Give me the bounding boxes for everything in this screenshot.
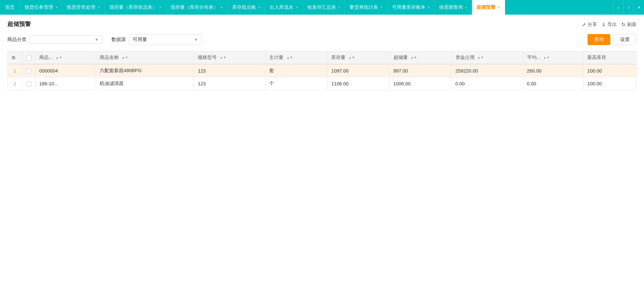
col-checkbox-header[interactable] — [22, 51, 36, 64]
row-checkbox-cell-0[interactable] — [22, 64, 36, 77]
col-product-name-label: 商品名称 — [100, 55, 119, 60]
nav-tab-6[interactable]: 收发存汇总表 × — [303, 0, 345, 15]
nav-tab-9[interactable]: 保质期查询 × — [435, 0, 472, 15]
col-product-name-header[interactable]: 商品名称 ▲▼ — [96, 51, 194, 64]
nav-tab-0[interactable]: 拣货任务管理 × — [20, 0, 62, 15]
col-product-code-header[interactable]: 商品... ▲▼ — [36, 51, 96, 64]
nav-tab-label-7: 要货单统计表 — [350, 4, 378, 11]
data-source-select[interactable]: 可用量 ▼ — [129, 34, 202, 45]
nav-tab-close-7[interactable]: × — [380, 5, 383, 10]
nav-tab-8[interactable]: 可用量库存账本 × — [388, 0, 435, 15]
nav-tab-label-8: 可用量库存账本 — [392, 4, 425, 11]
nav-tab-5[interactable]: 出入库流水 × — [265, 0, 303, 15]
row-checkbox-cell-1[interactable] — [22, 77, 36, 90]
col-avg-header[interactable]: 平均... ▲▼ — [523, 51, 583, 64]
page-header: 超储预警 ➚ 分享 ⇓ 导出 ↻ 刷新 — [7, 21, 637, 28]
col-unit-label: 主计量 — [269, 55, 283, 60]
nav-tab-close-8[interactable]: × — [428, 5, 430, 10]
col-spec-label: 规格型号 — [198, 55, 217, 60]
export-label: 导出 — [607, 21, 617, 28]
col-settings[interactable]: ⚙ — [8, 51, 22, 64]
product-category-select[interactable]: ▼ — [29, 35, 103, 44]
col-maxstock-header[interactable]: 最高库存 — [583, 51, 637, 64]
nav-tab-close-1[interactable]: × — [98, 5, 100, 10]
col-overstock-header[interactable]: 超储量 ▲▼ — [389, 51, 451, 64]
row-spec-1: 123 — [194, 77, 266, 90]
nav-tab-label-0: 拣货任务管理 — [25, 4, 53, 11]
sort-icon-8: ▲▼ — [543, 56, 550, 59]
data-source-value: 可用量 — [133, 36, 147, 43]
nav-home[interactable]: 首页 — [0, 0, 20, 15]
row-index-0: 1 — [8, 64, 22, 77]
data-source-label: 数据源 — [111, 36, 126, 43]
nav-prev-arrow[interactable]: ‹ — [613, 0, 623, 15]
nav-tab-label-6: 收发存汇总表 — [307, 4, 336, 11]
sort-icon-5: ▲▼ — [348, 56, 355, 59]
header-actions: ➚ 分享 ⇓ 导出 ↻ 刷新 — [582, 21, 637, 28]
filter-row: 商品分类 ▼ 数据源 可用量 ▼ 查询 设置 — [7, 34, 637, 45]
col-spec-header[interactable]: 规格型号 ▲▼ — [194, 51, 266, 64]
table-row: 2 186-10... 机油滤清器 123 个 1106.00 1006.00 … — [8, 77, 637, 90]
sort-icon-6: ▲▼ — [410, 56, 417, 59]
sort-icon-4: ▲▼ — [286, 56, 293, 59]
row-product-code-0: 0000004 — [36, 64, 96, 77]
sort-icon-3: ▲▼ — [220, 56, 226, 59]
row-checkbox-1[interactable] — [26, 81, 32, 86]
nav-tab-close-4[interactable]: × — [258, 5, 260, 10]
settings-button[interactable]: 设置 — [613, 34, 637, 45]
header-checkbox[interactable] — [26, 55, 32, 60]
nav-tab-label-3: 现存量（库存分布表） — [171, 4, 218, 11]
row-unit-0: 套 — [266, 64, 328, 77]
page-content: 超储预警 ➚ 分享 ⇓ 导出 ↻ 刷新 商品分类 ▼ 数据源 — [0, 15, 644, 293]
row-product-name-1: 机油滤清器 — [96, 77, 194, 90]
nav-tab-close-6[interactable]: × — [338, 5, 340, 10]
row-stock-0: 1097.00 — [328, 64, 389, 77]
query-button[interactable]: 查询 — [588, 34, 610, 45]
nav-next-arrow[interactable]: › — [623, 0, 634, 15]
row-product-name-0: 六配套新昌490BPG — [96, 64, 194, 77]
nav-tab-close-0[interactable]: × — [55, 5, 58, 10]
row-checkbox-0[interactable] — [26, 68, 32, 74]
nav-tab-10[interactable]: 超储预警 × — [472, 0, 505, 15]
share-label: 分享 — [588, 21, 597, 28]
row-overstock-1: 1006.00 — [389, 77, 451, 90]
product-category-filter: 商品分类 ▼ — [7, 35, 103, 44]
nav-tab-close-10[interactable]: × — [498, 5, 500, 10]
nav-tab-close-9[interactable]: × — [465, 5, 467, 10]
col-maxstock-label: 最高库存 — [587, 55, 606, 60]
nav-tab-label-10: 超储预警 — [476, 4, 495, 11]
refresh-button[interactable]: ↻ 刷新 — [621, 21, 637, 28]
nav-tab-4[interactable]: 库存批次账 × — [228, 0, 265, 15]
row-stock-1: 1106.00 — [328, 77, 389, 90]
nav-tab-close-3[interactable]: × — [220, 5, 223, 10]
data-source-filter: 数据源 可用量 ▼ — [111, 34, 202, 45]
col-stock-header[interactable]: 库存量 ▲▼ — [328, 51, 389, 64]
page-title: 超储预警 — [7, 21, 31, 28]
nav-close-arrow[interactable]: × — [634, 0, 644, 15]
row-overstock-0: 997.00 — [389, 64, 451, 77]
col-overstock-label: 超储量 — [394, 55, 408, 60]
nav-tab-1[interactable]: 拣货异常处理 × — [62, 0, 105, 15]
share-icon: ➚ — [582, 22, 586, 27]
nav-tab-label-9: 保质期查询 — [439, 4, 463, 11]
chevron-down-icon-2: ▼ — [194, 37, 198, 42]
row-capital-0: 259220.00 — [451, 64, 523, 77]
export-icon: ⇓ — [601, 22, 606, 27]
share-button[interactable]: ➚ 分享 — [582, 21, 597, 28]
nav-tab-close-2[interactable]: × — [159, 5, 161, 10]
nav-tab-label-5: 出入库流水 — [270, 4, 293, 11]
col-unit-header[interactable]: 主计量 ▲▼ — [266, 51, 328, 64]
nav-tab-3[interactable]: 现存量（库存分布表） × — [166, 0, 227, 15]
col-avg-label: 平均... — [527, 55, 541, 60]
nav-tab-7[interactable]: 要货单统计表 × — [345, 0, 387, 15]
nav-tab-2[interactable]: 现存量（库存状况表） × — [105, 0, 166, 15]
export-button[interactable]: ⇓ 导出 — [601, 21, 617, 28]
col-capital-header[interactable]: 资金占用 ▲▼ — [451, 51, 523, 64]
sort-icon-7: ▲▼ — [477, 56, 484, 59]
chevron-down-icon: ▼ — [95, 37, 99, 42]
nav-tab-label-2: 现存量（库存状况表） — [109, 4, 157, 11]
table-header-row: ⚙ 商品... ▲▼ 商品名称 ▲▼ 规格型号 ▲▼ 主计 — [8, 51, 637, 64]
row-index-1: 2 — [8, 77, 22, 90]
col-capital-label: 资金占用 — [455, 55, 475, 60]
nav-tab-close-5[interactable]: × — [296, 5, 298, 10]
